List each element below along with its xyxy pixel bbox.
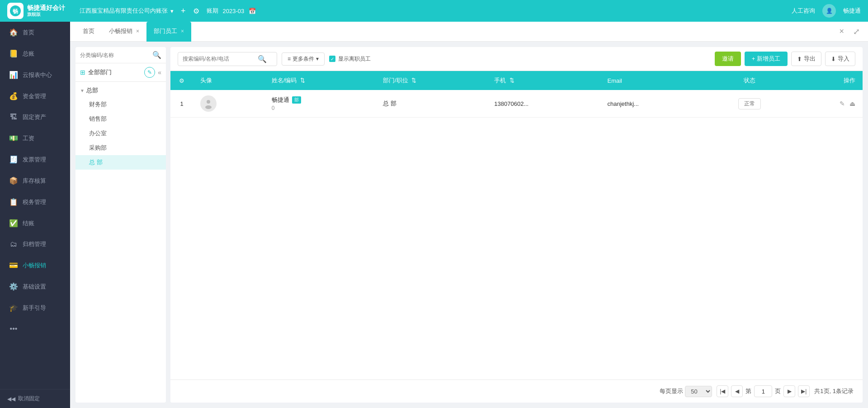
employee-name-text: 畅捷通 [272, 96, 289, 104]
logout-button[interactable]: ⏏ [849, 100, 855, 107]
sidebar-item-checkout[interactable]: ✅ 结账 [0, 213, 70, 234]
tabs-bar: 首页 小畅报销 × 部门员工 × × ⤢ [70, 22, 868, 42]
col-settings[interactable]: ⚙ [170, 71, 193, 90]
page-navigation: |◀ ◀ 第 页 ▶ ▶| [717, 385, 810, 397]
top-header: 畅 畅捷通好会计 旗舰版 江西服宝精品有限责任公司内账张 ▾ + ⚙ 账期 20… [0, 0, 868, 22]
per-page-select[interactable]: 50 100 200 [685, 386, 712, 397]
sidebar-item-guide[interactable]: 🎓 新手引导 [0, 297, 70, 318]
sidebar-item-ledger[interactable]: 📒 总账 [0, 43, 70, 64]
svg-point-2 [207, 100, 210, 104]
dept-tree: ▼ 总部 财务部 销售部 办公室 采购部 [75, 82, 166, 403]
sidebar-label-archive: 归档管理 [23, 240, 46, 248]
dept-child-purchase[interactable]: 采购部 [75, 141, 166, 155]
sidebar-label-salary: 工资 [23, 134, 34, 142]
user-label: 畅捷通 [843, 7, 861, 15]
app-subtitle: 旗舰版 [27, 11, 65, 18]
sidebar-item-invoice[interactable]: 🧾 发票管理 [0, 149, 70, 170]
show-resigned-checkbox[interactable]: ✓ [329, 56, 335, 62]
page-last-button[interactable]: ▶| [798, 385, 810, 397]
sidebar-item-tax[interactable]: 📋 税务管理 [0, 191, 70, 213]
sidebar-item-funds[interactable]: 💰 资金管理 [0, 85, 70, 107]
employee-search-icon[interactable]: 🔍 [258, 55, 267, 63]
tab-department-close[interactable]: × [181, 28, 184, 34]
employee-search-box[interactable]: 🔍 [178, 52, 277, 66]
content-area: 首页 小畅报销 × 部门员工 × × ⤢ 🔍 [70, 22, 868, 408]
col-dept[interactable]: 部门/职位 ⇅ [376, 71, 487, 90]
dept-child-office-label: 办公室 [89, 130, 107, 137]
page-next-button[interactable]: ▶ [783, 385, 795, 397]
user-icon: 👤 [826, 8, 833, 14]
logo-area: 畅 畅捷通好会计 旗舰版 [7, 3, 75, 19]
tab-close-icon[interactable]: × [836, 26, 847, 38]
dept-child-sales[interactable]: 销售部 [75, 112, 166, 126]
tab-expense-label: 小畅报销 [109, 27, 132, 35]
sidebar-item-archive[interactable]: 🗂 归档管理 [0, 234, 70, 255]
col-phone[interactable]: 手机 ⇅ [487, 71, 600, 90]
cell-phone: 138070602... [487, 90, 600, 118]
col-status: 状态 [707, 71, 793, 90]
col-dept-sort-icon: ⇅ [411, 77, 416, 84]
action-buttons: ✎ ⏏ [800, 100, 855, 107]
cell-avatar [193, 90, 264, 118]
calendar-icon[interactable]: 📅 [249, 8, 256, 14]
support-label[interactable]: 人工咨询 [792, 7, 815, 15]
tab-home-label: 首页 [83, 27, 94, 35]
sidebar-item-salary[interactable]: 💵 工资 [0, 128, 70, 149]
invite-button[interactable]: 邀请 [715, 52, 741, 66]
employee-search-input[interactable] [183, 56, 255, 62]
edit-button[interactable]: ✎ [840, 100, 845, 107]
tab-expense[interactable]: 小畅报销 × [102, 22, 146, 42]
page-prev-button[interactable]: ◀ [731, 385, 743, 397]
tab-department[interactable]: 部门员工 × [146, 22, 191, 42]
add-icon[interactable]: + [181, 6, 186, 16]
employee-code: 0 [272, 105, 368, 111]
sidebar-item-settings[interactable]: ⚙️ 基础设置 [0, 276, 70, 297]
dept-search-input[interactable] [80, 52, 150, 58]
dept-child-office[interactable]: 办公室 [75, 126, 166, 141]
import-button[interactable]: ⬇ 导入 [825, 52, 855, 66]
dept-child-finance[interactable]: 财务部 [75, 97, 166, 112]
sidebar-label-expense: 小畅报销 [23, 261, 46, 270]
employee-table: ⚙ 头像 姓名/编码 ⇅ 部门/职位 ⇅ [170, 71, 863, 118]
sidebar-item-reports[interactable]: 📊 云报表中心 [0, 64, 70, 85]
sidebar-label-checkout: 结账 [23, 219, 34, 228]
dept-search-icon[interactable]: 🔍 [152, 51, 161, 59]
invoice-icon: 🧾 [9, 155, 18, 164]
company-selector[interactable]: 江西服宝精品有限责任公司内账张 ▾ [80, 7, 174, 15]
company-dropdown-icon: ▾ [170, 8, 174, 14]
dept-collapse-button[interactable]: « [158, 69, 161, 76]
sidebar-item-fixed-assets[interactable]: 🏗 固定资产 [0, 107, 70, 128]
dept-edit-button[interactable]: ✎ [144, 67, 155, 78]
employee-table-container: ⚙ 头像 姓名/编码 ⇅ 部门/职位 ⇅ [170, 71, 863, 380]
tab-expense-close[interactable]: × [136, 28, 139, 34]
settings-icon[interactable]: ⚙ [193, 7, 199, 15]
export-label: 导出 [804, 55, 816, 63]
col-name[interactable]: 姓名/编码 ⇅ [264, 71, 376, 90]
cancel-pin-button[interactable]: ◀◀ 取消固定 [0, 389, 70, 408]
employee-name-cell: 畅捷通 部 0 [272, 96, 368, 111]
user-avatar[interactable]: 👤 [822, 4, 836, 18]
sidebar-item-more[interactable]: ••• [0, 318, 70, 339]
table-header-row: ⚙ 头像 姓名/编码 ⇅ 部门/职位 ⇅ [170, 71, 863, 90]
page-label: 页 [775, 387, 781, 395]
tab-home[interactable]: 首页 [75, 22, 102, 42]
tab-expand-icon[interactable]: ⤢ [850, 26, 863, 38]
inner-content: 🔍 ⊞ 全部部门 ✎ « ▼ 总部 财务部 [70, 42, 868, 408]
dept-child-general[interactable]: 总 部 [75, 155, 166, 170]
page-first-button[interactable]: |◀ [717, 385, 728, 397]
sidebar-item-home[interactable]: 🏠 首页 [0, 22, 70, 43]
page-number-input[interactable] [754, 385, 772, 397]
show-resigned-toggle[interactable]: ✓ 显示离职员工 [329, 55, 371, 63]
sidebar-label-invoice: 发票管理 [23, 156, 46, 164]
show-resigned-label: 显示离职员工 [338, 55, 371, 63]
col-name-sort-icon: ⇅ [300, 77, 305, 84]
sidebar-item-expense[interactable]: 💳 小畅报销 [0, 255, 70, 276]
sidebar-item-inventory[interactable]: 📦 库存核算 [0, 170, 70, 191]
status-badge: 正常 [738, 98, 761, 109]
add-employee-button[interactable]: + 新增员工 [745, 52, 788, 66]
checkout-icon: ✅ [9, 219, 18, 228]
cell-actions: ✎ ⏏ [793, 90, 863, 118]
svg-point-3 [205, 105, 212, 109]
export-button[interactable]: ⬆ 导出 [791, 52, 821, 66]
filter-button[interactable]: ≡ 更多条件 ▾ [282, 52, 325, 66]
